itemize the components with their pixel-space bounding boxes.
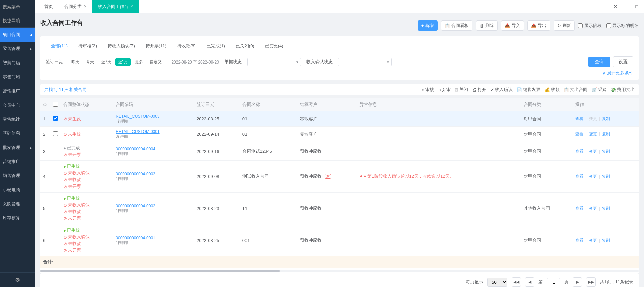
date-opt-yesterday[interactable]: 昨天 <box>69 58 82 66</box>
sidebar-item-smart-store[interactable]: 智慧门店 <box>0 56 35 70</box>
next-page-btn[interactable]: ▶ <box>573 277 582 287</box>
copy-link[interactable]: 复制 <box>602 238 610 243</box>
sidebar-item-retail-stat[interactable]: 零售统计 <box>0 112 35 126</box>
payment-btn[interactable]: 💰 收款 <box>544 87 560 93</box>
view-link[interactable]: 查看 <box>575 174 583 179</box>
date-opt-last7[interactable]: 近7天 <box>98 58 114 66</box>
horizontal-scrollbar[interactable] <box>40 270 639 272</box>
sidebar-quicknav[interactable]: 快捷导航 <box>0 14 35 28</box>
contract-code-link[interactable]: 0000000000004-0001 <box>116 236 191 240</box>
contract-code-link[interactable]: 0000000000004-0002 <box>116 204 191 208</box>
per-page-select[interactable]: 50 10 20 100 <box>487 278 507 287</box>
sidebar-item-wholesale-mgmt[interactable]: 批发管理 ▲ <box>0 140 35 155</box>
copy-link[interactable]: 复制 <box>602 174 610 179</box>
select-all-checkbox[interactable] <box>53 102 58 107</box>
delete-button[interactable]: 🗑 删除 <box>476 20 498 31</box>
sidebar-item-marketing[interactable]: 营销推广 <box>0 84 35 98</box>
close-btn[interactable]: ⊠ 关闭 <box>455 87 468 93</box>
status-tab-changed[interactable]: 已变更(4) <box>260 40 289 52</box>
copy-link[interactable]: 复制 <box>602 116 610 122</box>
tab-income-workbench[interactable]: 收入合同工作台 ✕ <box>92 0 139 13</box>
contract-code-link[interactable]: 0000000000004-0003 <box>116 172 191 176</box>
audit-btn[interactable]: ○ 审核 <box>422 87 434 93</box>
status-tab-pending-payment[interactable]: 待收款(8) <box>172 40 201 52</box>
expense-out-btn[interactable]: 💸 费用支出 <box>611 87 635 93</box>
gear-icon[interactable]: ⚙ <box>3 277 32 283</box>
out-contract-btn[interactable]: 📋 支出合同 <box>564 87 588 93</box>
sales-invoice-btn[interactable]: 📄 销售发票 <box>517 87 540 93</box>
sidebar-item-member[interactable]: 会员中心 <box>0 98 35 112</box>
sidebar-item-retail-mgmt[interactable]: 零售管理 ▲ <box>0 42 35 56</box>
contract-code-link[interactable]: RETAIL_CUSTOM-0003 <box>116 114 191 119</box>
print-btn[interactable]: 🖨 打开 <box>472 87 486 93</box>
page-number-input[interactable] <box>547 278 560 286</box>
status-tab-all[interactable]: 全部(11) <box>46 40 73 52</box>
sidebar-search[interactable]: 搜索菜单 <box>0 0 35 14</box>
first-page-btn[interactable]: ◀◀ <box>512 277 521 287</box>
abandon-btn[interactable]: ○ 弃审 <box>438 87 451 93</box>
copy-link[interactable]: 复制 <box>602 131 610 137</box>
view-link[interactable]: 查看 <box>575 131 583 137</box>
status-tab-pending-income-confirm[interactable]: 待收入确认(7) <box>102 40 140 52</box>
window-min-icon[interactable]: — <box>622 3 631 10</box>
row-checkbox[interactable] <box>50 193 61 224</box>
sidebar-item-xiaobi[interactable]: 小畅电商 <box>0 183 35 197</box>
view-link[interactable]: 查看 <box>575 238 583 243</box>
income-confirm-btn[interactable]: ✔ 收入确认 <box>490 87 513 93</box>
add-button[interactable]: + 新增 <box>418 20 438 31</box>
copy-link[interactable]: 复制 <box>602 149 610 154</box>
window-max-icon[interactable]: □ <box>633 3 640 10</box>
prev-page-btn[interactable]: ◀ <box>525 277 534 287</box>
view-link[interactable]: 查看 <box>575 116 583 122</box>
tab-home[interactable]: 首页 <box>39 0 59 13</box>
show-detail-checkbox[interactable] <box>606 23 611 28</box>
sidebar-item-retail-mall[interactable]: 零售商城 <box>0 70 35 84</box>
sidebar-item-sales-mgmt[interactable]: 销售管理 <box>0 169 35 183</box>
sidebar-item-purchase[interactable]: 采购管理 <box>0 197 35 211</box>
change-link[interactable]: 变更 <box>589 131 597 137</box>
change-link[interactable]: 变更 <box>589 149 597 154</box>
row-checkbox[interactable] <box>50 224 61 256</box>
status-tab-pending-review[interactable]: 待审核(2) <box>73 40 102 52</box>
change-link[interactable]: 变更 <box>589 206 597 211</box>
contract-board-button[interactable]: 📋 合同看板 <box>441 20 472 31</box>
col-checkbox-header[interactable] <box>50 98 61 111</box>
date-opt-today[interactable]: 今天 <box>83 58 97 66</box>
change-link[interactable]: 变更 <box>589 238 597 243</box>
row-checkbox[interactable] <box>50 127 61 142</box>
doc-status-select[interactable] <box>247 58 301 66</box>
copy-link[interactable]: 复制 <box>602 206 610 211</box>
income-confirm-select[interactable] <box>338 58 392 66</box>
contract-code-link[interactable]: 0000000000004-0004 <box>116 147 191 151</box>
window-close-icon[interactable]: ✕ <box>612 3 619 10</box>
expand-conditions-btn[interactable]: ∨ 展开更多条件 <box>602 70 633 76</box>
view-link[interactable]: 查看 <box>575 149 583 154</box>
export-button[interactable]: 📤 导出 <box>527 20 550 31</box>
tab-close-income-workbench[interactable]: ✕ <box>130 4 134 9</box>
date-opt-custom[interactable]: 自定义 <box>147 58 164 66</box>
query-button[interactable]: 查询 <box>588 57 610 67</box>
date-opt-more[interactable]: 更多 <box>132 58 146 66</box>
sidebar-item-marketing2[interactable]: 营销推广 <box>0 155 35 169</box>
refresh-button[interactable]: ↻ 刷新 <box>554 20 575 31</box>
change-link[interactable]: 变更 <box>589 174 597 179</box>
sidebar-item-inventory[interactable]: 库存核算 <box>0 211 35 225</box>
status-tab-pending-invoice[interactable]: 待开票(11) <box>140 40 172 52</box>
status-tab-closed[interactable]: 已关闭(0) <box>230 40 260 52</box>
contract-code-link[interactable]: RETAIL_CUSTOM-0001 <box>116 129 191 134</box>
row-checkbox[interactable] <box>50 142 61 161</box>
import-button[interactable]: 📥 导入 <box>501 20 524 31</box>
date-opt-last1month[interactable]: 近1月 <box>115 58 131 66</box>
last-page-btn[interactable]: ▶▶ <box>586 277 596 287</box>
view-link[interactable]: 查看 <box>575 206 583 211</box>
col-settings-icon[interactable]: ⚙ <box>40 98 50 111</box>
scrollbar-thumb[interactable] <box>40 270 280 272</box>
sidebar-item-project[interactable]: 项目合同 ◀ <box>0 28 35 42</box>
row-checkbox[interactable] <box>50 161 61 193</box>
purchase-btn[interactable]: 🛒 采购 <box>592 87 607 93</box>
row-checkbox[interactable] <box>50 111 61 127</box>
setting-button[interactable]: 设置 <box>613 56 633 67</box>
sidebar-item-basic-info[interactable]: 基础信息 <box>0 126 35 140</box>
tab-contract-category[interactable]: 合同分类 ✕ <box>59 0 92 13</box>
tab-close-contract-category[interactable]: ✕ <box>84 4 87 9</box>
